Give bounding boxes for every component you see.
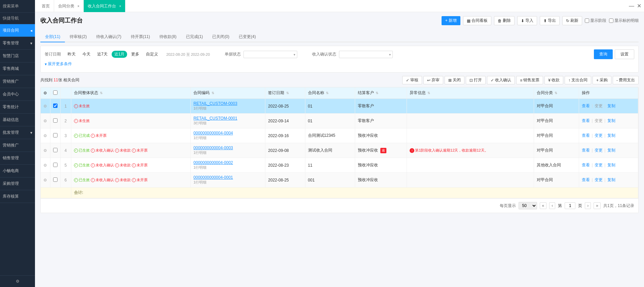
- date-7days[interactable]: 近7天: [94, 51, 110, 58]
- col-exception-info[interactable]: 异常信息 ⇅: [407, 87, 534, 99]
- contract-board-button[interactable]: ▦ 合同看板: [463, 16, 491, 25]
- refresh-button[interactable]: ↻ 刷新: [562, 16, 582, 25]
- filter-tab-pending-review[interactable]: 待审核(2): [65, 32, 91, 42]
- gear-cell[interactable]: ⚙: [41, 158, 50, 173]
- view-link[interactable]: 查看: [582, 148, 590, 153]
- change-link[interactable]: 变更: [595, 177, 603, 182]
- delete-button[interactable]: 🗑 删除: [494, 16, 515, 25]
- sidebar-item-project[interactable]: 项目合同 ◂: [0, 24, 35, 37]
- sidebar-item-marketing[interactable]: 营销推广: [0, 75, 35, 88]
- sidebar-quick-nav[interactable]: 快捷导航: [0, 13, 35, 24]
- sidebar-item-wholesale[interactable]: 批发管理 ▾: [0, 126, 35, 139]
- checkbox-cell[interactable]: [50, 99, 60, 114]
- view-link[interactable]: 查看: [582, 163, 590, 167]
- window-minimize-icon[interactable]: —: [629, 3, 634, 9]
- view-link[interactable]: 查看: [582, 104, 590, 108]
- col-contract-category[interactable]: 合同分类 ⇅: [534, 87, 579, 99]
- export-button[interactable]: ⬆ 导出: [540, 16, 560, 25]
- gear-cell[interactable]: ⚙: [41, 114, 50, 128]
- contract-code-link[interactable]: 0000000000004-0004: [193, 131, 233, 135]
- checkbox-cell[interactable]: [50, 158, 60, 173]
- col-sign-date[interactable]: 签订日期 ⇅: [265, 87, 305, 99]
- last-page-button[interactable]: »: [594, 202, 601, 209]
- sidebar-item-purchase[interactable]: 采购管理: [0, 177, 35, 190]
- col-contract-name[interactable]: 合同名称 ⇅: [305, 87, 355, 99]
- date-1month[interactable]: 近1月: [112, 51, 127, 58]
- col-contract-status[interactable]: 合同整体状态 ⇅: [71, 87, 191, 99]
- sidebar-item-retail-shop[interactable]: 零售商城: [0, 63, 35, 75]
- filter-tab-changed[interactable]: 已变更(4): [234, 32, 261, 42]
- tab-home[interactable]: 首页: [38, 0, 54, 12]
- copy-link[interactable]: 复制: [607, 148, 615, 153]
- prev-page-button[interactable]: ‹: [549, 202, 555, 209]
- sidebar-item-retail-mgmt[interactable]: 零售管理 ▾: [0, 37, 35, 50]
- open-button[interactable]: ⊡ 打开: [466, 76, 486, 84]
- sidebar-search[interactable]: 搜索菜单: [0, 0, 35, 13]
- change-link[interactable]: 变更: [595, 148, 603, 153]
- page-size-select[interactable]: 50 10 20 100: [519, 202, 537, 209]
- change-link[interactable]: 变更: [595, 104, 603, 108]
- col-settlement-customer[interactable]: 结算客户 ⇅: [355, 87, 407, 99]
- setting-button[interactable]: 设置: [615, 49, 634, 59]
- checkbox-cell[interactable]: [50, 114, 60, 128]
- income-confirm-button[interactable]: ✓ 收入确认: [487, 76, 515, 84]
- purchase-button[interactable]: + 采购: [593, 76, 611, 84]
- filter-tab-completed[interactable]: 已完成(1): [181, 32, 208, 42]
- gear-cell[interactable]: ⚙: [41, 143, 50, 158]
- expense-button[interactable]: - 费用支出: [613, 76, 639, 84]
- query-button[interactable]: 查询: [594, 49, 613, 59]
- date-more[interactable]: 更多: [128, 51, 142, 58]
- view-link[interactable]: 查看: [582, 177, 590, 182]
- date-yesterday[interactable]: 昨天: [65, 51, 78, 58]
- row-checkbox[interactable]: [53, 133, 58, 137]
- tab-income-workbench[interactable]: 收入合同工作台 ×: [84, 0, 125, 12]
- show-stages-check[interactable]: 显示阶段: [585, 18, 606, 24]
- new-button[interactable]: + 新增: [442, 16, 460, 25]
- contract-code-link[interactable]: 0000000000004-0001: [193, 175, 233, 180]
- sidebar-item-xiaochangec[interactable]: 小畅电商: [0, 165, 35, 177]
- sidebar-item-smart-store[interactable]: 智慧门店: [0, 50, 35, 63]
- show-marks-checkbox[interactable]: [609, 18, 613, 23]
- filter-tab-pending-income[interactable]: 待收入确认(7): [91, 32, 126, 42]
- sidebar-item-retail-stats[interactable]: 零售统计: [0, 101, 35, 114]
- contract-code-link[interactable]: 0000000000004-0003: [193, 146, 233, 150]
- filter-tab-all[interactable]: 全部(11): [40, 32, 65, 42]
- filter-tab-pending-invoice[interactable]: 待开票(11): [126, 32, 155, 42]
- checkbox-cell[interactable]: [50, 128, 60, 143]
- change-link[interactable]: 变更: [595, 133, 603, 138]
- col-contract-code[interactable]: 合同编码 ⇅: [191, 87, 265, 99]
- gear-cell[interactable]: ⚙: [41, 173, 50, 188]
- copy-link[interactable]: 复制: [607, 163, 615, 167]
- filter-tab-closed[interactable]: 已关闭(0): [207, 32, 234, 42]
- sidebar-item-sales-mgmt[interactable]: 销售管理: [0, 152, 35, 165]
- checkbox-cell[interactable]: [50, 173, 60, 188]
- copy-link[interactable]: 复制: [607, 133, 615, 138]
- date-custom[interactable]: 自定义: [143, 51, 161, 58]
- first-page-button[interactable]: «: [540, 202, 547, 209]
- payment-button[interactable]: ¥ 收款: [544, 76, 563, 84]
- close-button[interactable]: ⊠ 关闭: [445, 76, 464, 84]
- change-link[interactable]: 变更: [595, 118, 603, 123]
- copy-link[interactable]: 复制: [607, 177, 615, 182]
- window-close-icon[interactable]: ✕: [637, 3, 641, 9]
- sidebar-item-marketing2[interactable]: 营销推广: [0, 139, 35, 152]
- gear-cell[interactable]: ⚙: [41, 99, 50, 114]
- row-checkbox[interactable]: [53, 177, 58, 182]
- show-stages-checkbox[interactable]: [585, 18, 589, 23]
- tab-contract-category[interactable]: 合同分类 ×: [54, 0, 84, 12]
- contract-code-link[interactable]: RETAIL_CUSTOM-0003: [193, 101, 237, 106]
- import-button[interactable]: ⬇ 导入: [517, 16, 537, 25]
- sales-invoice-button[interactable]: ≡ 销售发票: [516, 76, 543, 84]
- col-checkbox[interactable]: [50, 87, 60, 99]
- copy-link[interactable]: 复制: [607, 104, 615, 108]
- doc-status-select[interactable]: [243, 51, 297, 58]
- pay-contract-button[interactable]: ↑ 支出合同: [565, 76, 591, 84]
- review-button[interactable]: ✓ 审核: [402, 76, 422, 84]
- date-today[interactable]: 今天: [80, 51, 93, 58]
- copy-link[interactable]: 复制: [607, 118, 615, 123]
- show-marks-check[interactable]: 显示标的明细: [609, 18, 639, 24]
- row-checkbox[interactable]: [53, 163, 58, 167]
- page-number-input[interactable]: [565, 202, 575, 209]
- expand-conditions-btn[interactable]: ▾ 展开更多条件: [45, 61, 72, 67]
- view-link[interactable]: 查看: [582, 118, 590, 123]
